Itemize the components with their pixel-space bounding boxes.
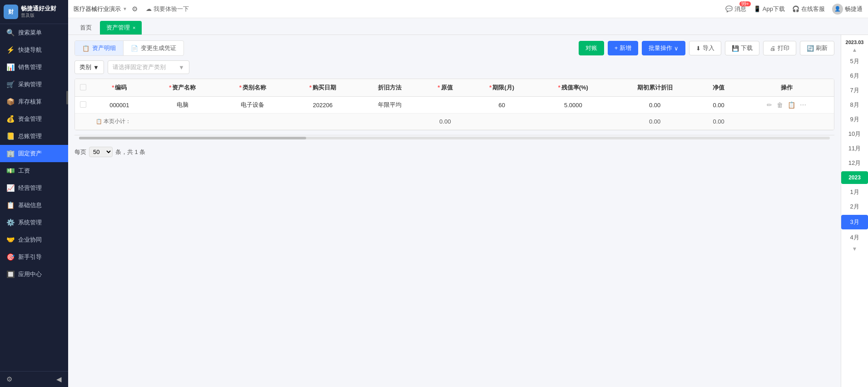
- refresh-button[interactable]: 🔄 刷新: [800, 41, 834, 55]
- calendar-month-4[interactable]: 4月: [841, 230, 868, 245]
- sidebar-item-fixed-assets[interactable]: 🏢 固定资产: [0, 145, 68, 162]
- sidebar-item-label: 库存核算: [18, 98, 42, 106]
- sidebar-item-finance[interactable]: 💰 资金管理: [0, 110, 68, 128]
- calendar-month-11[interactable]: 11月: [841, 141, 868, 156]
- sidebar: 财 畅捷通好业财 普及版 🔍 搜索菜单 ⚡ 快捷导航 📊 销售管理 🛒 采购管理…: [0, 0, 68, 387]
- sidebar-item-ledger[interactable]: 📒 总账管理: [0, 128, 68, 145]
- sidebar-item-enterprise[interactable]: 🤝 企业协同: [0, 231, 68, 248]
- message-icon: 💬: [725, 5, 733, 12]
- total-count: 条，共 1 条: [115, 148, 145, 156]
- inner-toolbar-row: 📋 资产明细 📄 变更生成凭证 对账 + 新增: [74, 40, 834, 56]
- inventory-icon: 📦: [6, 98, 15, 106]
- subtotal-label: 📋 本页小计：: [96, 118, 131, 124]
- gear-icon[interactable]: ⚙: [132, 5, 138, 13]
- col-accumulated-depreciation: 期初累计折旧: [611, 79, 698, 97]
- headset-icon: 🎧: [792, 5, 799, 12]
- reconcile-button[interactable]: 对账: [579, 41, 604, 55]
- select-all-checkbox[interactable]: [80, 84, 86, 90]
- company-selector[interactable]: 医疗器械行业演示 ▼: [74, 5, 127, 13]
- message-badge: 99+: [739, 1, 751, 6]
- calendar-month-7[interactable]: 7月: [841, 83, 868, 98]
- download-icon: 💾: [732, 45, 739, 52]
- user-menu[interactable]: 👤 畅捷通: [832, 4, 863, 15]
- tabbar: 首页 资产管理 ×: [68, 18, 868, 35]
- sidebar-item-label: 基础信息: [18, 201, 42, 209]
- calendar-scroll-up[interactable]: ▲: [851, 46, 858, 54]
- sidebar-item-sales[interactable]: 📊 销售管理: [0, 59, 68, 76]
- new-button[interactable]: + 新增: [608, 41, 638, 55]
- tab-change-voucher[interactable]: 📄 变更生成凭证: [124, 41, 184, 55]
- col-period: *期限(月): [469, 79, 535, 97]
- content-area: 📋 资产明细 📄 变更生成凭证 对账 + 新增: [68, 35, 868, 387]
- sidebar-item-label: 总账管理: [18, 132, 42, 140]
- calendar-month-9[interactable]: 9月: [841, 112, 868, 127]
- sidebar-item-inventory[interactable]: 📦 库存核算: [0, 93, 68, 110]
- message-button[interactable]: 💬 消息 99+: [725, 5, 746, 13]
- row-checkbox[interactable]: [80, 101, 86, 108]
- copy-icon[interactable]: 📋: [788, 101, 795, 109]
- col-residual-rate: *残值率(%): [535, 79, 611, 97]
- per-page-select[interactable]: 50 10 20 100: [89, 147, 113, 157]
- subtotal-row: 📋 本页小计： 0.00 0.00 0.00: [75, 114, 834, 130]
- sidebar-item-basic-info[interactable]: 📋 基础信息: [0, 197, 68, 214]
- calendar-scroll-down[interactable]: ▼: [851, 245, 858, 253]
- edit-icon[interactable]: ✏: [767, 101, 772, 109]
- sidebar-item-operations[interactable]: 📈 经营管理: [0, 179, 68, 197]
- category-value-select[interactable]: 请选择固定资产类别 ▼: [108, 60, 189, 74]
- sidebar-item-system[interactable]: ⚙️ 系统管理: [0, 214, 68, 231]
- cell-depreciation: 年限平均: [358, 97, 422, 114]
- calendar-month-12[interactable]: 12月: [841, 156, 868, 170]
- calendar-month-10[interactable]: 10月: [841, 127, 868, 141]
- basic-info-icon: 📋: [6, 201, 15, 209]
- category-select[interactable]: 类别 ▼: [74, 60, 104, 74]
- settings-icon[interactable]: ⚙: [6, 375, 12, 383]
- calendar-current-month[interactable]: 3月: [841, 215, 868, 229]
- asset-detail-icon: 📋: [82, 45, 89, 52]
- calendar-year-2023[interactable]: 2023: [841, 171, 868, 184]
- scroll-thumb[interactable]: [79, 137, 306, 139]
- tab-close-icon[interactable]: ×: [133, 25, 135, 30]
- print-button[interactable]: 🖨 打印: [763, 41, 796, 55]
- purchase-icon: 🛒: [6, 80, 15, 89]
- sidebar-item-guide[interactable]: 🎯 新手引导: [0, 248, 68, 266]
- quick-nav-icon: ⚡: [6, 46, 15, 54]
- sidebar-item-payroll[interactable]: 💵 工资: [0, 162, 68, 179]
- calendar-panel: 2023.03 ▲ 5月 6月 7月 8月 9月 10月 11月 12月 202…: [841, 35, 868, 387]
- enterprise-icon: 🤝: [6, 236, 15, 244]
- sidebar-footer: ⚙ ◀: [0, 371, 68, 387]
- tab-asset-mgmt[interactable]: 资产管理 ×: [100, 21, 142, 35]
- calendar-month-5[interactable]: 5月: [841, 54, 868, 69]
- more-icon[interactable]: ⋯: [800, 101, 806, 109]
- cloud-icon: ☁: [146, 5, 152, 12]
- col-purchase-date: *购买日期: [288, 79, 357, 97]
- online-service-button[interactable]: 🎧 在线客服: [792, 5, 825, 13]
- sidebar-item-quick-nav[interactable]: ⚡ 快捷导航: [0, 41, 68, 59]
- app-center-icon: 🔲: [6, 270, 15, 278]
- import-button[interactable]: ⬇ 导入: [689, 41, 721, 55]
- app-download-button[interactable]: 📱 App下载: [754, 5, 785, 13]
- cell-original-value: [422, 97, 469, 114]
- sidebar-item-label: 销售管理: [18, 63, 42, 71]
- toolbar-right: 对账 + 新增 批量操作 ∨ ⬇ 导入 💾 下载: [579, 41, 834, 55]
- horizontal-scrollbar[interactable]: [74, 135, 834, 140]
- sidebar-nav: 🔍 搜索菜单 ⚡ 快捷导航 📊 销售管理 🛒 采购管理 📦 库存核算 💰 资金管…: [0, 24, 68, 371]
- sidebar-item-purchase[interactable]: 🛒 采购管理: [0, 76, 68, 93]
- print-icon: 🖨: [770, 45, 776, 52]
- tab-asset-detail[interactable]: 📋 资产明细: [75, 41, 124, 55]
- topbar: 医疗器械行业演示 ▼ ⚙ ☁ 我要体验一下 💬 消息 99+ 📱 App下载 🎧…: [68, 0, 868, 18]
- batch-ops-button[interactable]: 批量操作 ∨: [642, 41, 685, 55]
- tab-home[interactable]: 首页: [74, 21, 98, 35]
- avatar: 👤: [832, 4, 843, 15]
- calendar-month-1[interactable]: 1月: [841, 185, 868, 199]
- calendar-month-8[interactable]: 8月: [841, 98, 868, 112]
- experience-button[interactable]: ☁ 我要体验一下: [146, 5, 189, 13]
- collapse-icon[interactable]: ◀: [56, 375, 62, 383]
- app-logo: 财 畅捷通好业财 普及版: [0, 0, 68, 24]
- calendar-month-6[interactable]: 6月: [841, 69, 868, 83]
- delete-icon[interactable]: 🗑: [777, 101, 783, 109]
- table-row: 000001 电脑 电子设备 202206 年限平均 60 5.0000 0.0…: [75, 97, 834, 114]
- sidebar-item-app-center[interactable]: 🔲 应用中心: [0, 266, 68, 283]
- sidebar-item-search[interactable]: 🔍 搜索菜单: [0, 24, 68, 41]
- calendar-month-2[interactable]: 2月: [841, 199, 868, 214]
- download-button[interactable]: 💾 下载: [725, 41, 759, 55]
